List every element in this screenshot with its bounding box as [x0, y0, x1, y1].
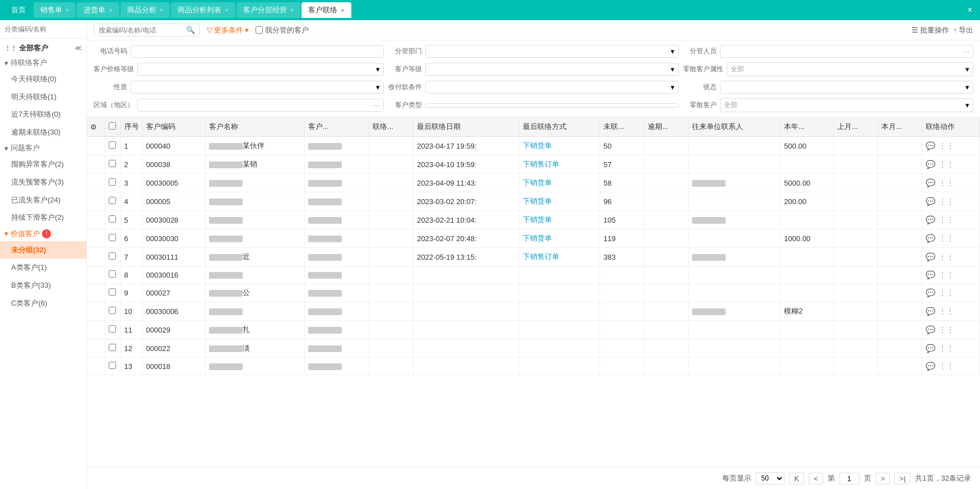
grid-action-icon[interactable]: ⋮⋮: [939, 141, 954, 150]
pending-group-header[interactable]: ▾ 待联络客户: [0, 56, 86, 70]
manager-ellipsis[interactable]: ···: [963, 47, 969, 56]
td-last-method[interactable]: 下销货单: [519, 137, 600, 155]
th-name[interactable]: 客户名称: [205, 117, 304, 137]
td-last-method[interactable]: 下销货单: [519, 211, 600, 229]
row-checkbox[interactable]: [109, 234, 116, 241]
close-analysis-tab[interactable]: ×: [160, 7, 163, 13]
row-checkbox[interactable]: [109, 197, 116, 204]
row-checkbox[interactable]: [109, 178, 116, 186]
td-last-method[interactable]: [519, 266, 600, 284]
last-method-link[interactable]: 下销货单: [523, 178, 552, 187]
td-last-method[interactable]: [519, 302, 600, 321]
sidebar-item-ungroup[interactable]: 未分组(32): [0, 241, 86, 259]
customer-type-select[interactable]: [425, 103, 679, 108]
th-col4[interactable]: 客户...: [304, 117, 369, 137]
value-group-header[interactable]: ▾ 价值客户 !: [0, 227, 86, 241]
sidebar-item-7days-pending[interactable]: 近7天待联络(0): [0, 105, 86, 123]
zero-customer-select[interactable]: 全部 ▾: [720, 98, 973, 112]
td-last-method[interactable]: 下销货单: [519, 174, 600, 192]
chat-action-icon[interactable]: 💬: [926, 362, 935, 371]
td-checkbox[interactable]: [105, 339, 120, 358]
sidebar-item-churned[interactable]: 已流失客户(24): [0, 191, 86, 209]
page-input[interactable]: [839, 473, 860, 485]
manager-select[interactable]: ···: [720, 45, 973, 58]
td-last-method[interactable]: 下销售订单: [519, 155, 600, 174]
chat-action-icon[interactable]: 💬: [926, 215, 935, 224]
gender-select[interactable]: ▾: [131, 81, 384, 94]
td-checkbox[interactable]: [105, 192, 120, 211]
batch-ops-btn[interactable]: ☰ 批量操作: [912, 25, 949, 35]
chat-action-icon[interactable]: 💬: [926, 141, 935, 150]
sidebar-item-b-class[interactable]: B类客户(33): [0, 276, 86, 294]
chat-action-icon[interactable]: 💬: [926, 234, 935, 243]
select-all-checkbox[interactable]: [109, 122, 116, 130]
chat-action-icon[interactable]: 💬: [926, 344, 935, 353]
grid-action-icon[interactable]: ⋮⋮: [939, 288, 954, 297]
td-checkbox[interactable]: [105, 174, 120, 192]
th-last-month[interactable]: 上月...: [834, 117, 878, 137]
nav-tab-analysis[interactable]: 商品分析 ×: [120, 2, 170, 18]
td-checkbox[interactable]: [105, 266, 120, 284]
td-checkbox[interactable]: [105, 321, 120, 339]
price-level-select[interactable]: ▾: [137, 63, 384, 76]
td-last-method[interactable]: [519, 358, 600, 375]
th-unlink-days[interactable]: 未联...: [600, 117, 644, 137]
nav-tab-customer-contact[interactable]: 客户联络 ×: [301, 2, 351, 18]
close-analysis-list-tab[interactable]: ×: [225, 7, 228, 13]
nav-tab-sales[interactable]: 销售单 ×: [34, 2, 76, 18]
last-method-link[interactable]: 下销货单: [523, 215, 552, 224]
all-customers-header[interactable]: ⋮⋮ 全部客户 ≪: [0, 39, 86, 56]
grid-action-icon[interactable]: ⋮⋮: [939, 160, 954, 169]
page-size-select[interactable]: 50 100: [756, 472, 784, 485]
row-checkbox[interactable]: [109, 307, 116, 314]
row-checkbox[interactable]: [109, 215, 116, 223]
close-customer-contact-tab[interactable]: ×: [341, 7, 344, 13]
sidebar-item-a-class[interactable]: A类客户(1): [0, 259, 86, 276]
grid-action-icon[interactable]: ⋮⋮: [939, 362, 954, 371]
chat-action-icon[interactable]: 💬: [926, 160, 935, 169]
last-method-link[interactable]: 下销货单: [523, 234, 552, 242]
last-method-link[interactable]: 下销货单: [523, 141, 552, 150]
close-sales-tab[interactable]: ×: [66, 7, 69, 13]
sidebar-item-c-class[interactable]: C类客户(6): [0, 294, 86, 312]
search-input[interactable]: [99, 26, 183, 34]
row-checkbox[interactable]: [109, 252, 116, 260]
collapse-sidebar-btn[interactable]: ≪: [75, 44, 82, 52]
th-code[interactable]: 客户编码: [142, 117, 205, 137]
status-select[interactable]: ▾: [720, 81, 973, 94]
zero-retail-select[interactable]: 全部 ▾: [727, 62, 973, 76]
grid-action-icon[interactable]: ⋮⋮: [939, 270, 954, 279]
sidebar-item-declining[interactable]: 持续下滑客户(2): [0, 209, 86, 227]
td-last-method[interactable]: [519, 284, 600, 302]
th-this-year[interactable]: 本年...: [781, 117, 834, 137]
nav-home[interactable]: 首页: [4, 2, 32, 18]
th-checkbox[interactable]: [105, 117, 120, 137]
phone-input[interactable]: [131, 45, 384, 58]
row-checkbox[interactable]: [109, 362, 116, 369]
problem-group-header[interactable]: ▾ 问题客户: [0, 141, 86, 155]
close-customer-layer-tab[interactable]: ×: [290, 7, 294, 13]
td-checkbox[interactable]: [105, 211, 120, 229]
sidebar-item-churn-warning[interactable]: 流失预警客户(3): [0, 173, 86, 191]
chat-action-icon[interactable]: 💬: [926, 197, 935, 206]
th-col5[interactable]: 联络...: [369, 117, 414, 137]
row-checkbox[interactable]: [109, 288, 116, 296]
td-last-method[interactable]: 下销货单: [519, 192, 600, 211]
grid-action-icon[interactable]: ⋮⋮: [939, 344, 954, 353]
search-icon[interactable]: 🔍: [186, 26, 195, 34]
next-page-btn[interactable]: >: [876, 473, 890, 485]
td-checkbox[interactable]: [105, 155, 120, 174]
sidebar-item-tomorrow-pending[interactable]: 明天待联络(1): [0, 88, 86, 106]
last-method-link[interactable]: 下销售订单: [523, 252, 559, 261]
last-method-link[interactable]: 下销货单: [523, 197, 552, 205]
grid-action-icon[interactable]: ⋮⋮: [939, 307, 954, 316]
nav-tab-purchase[interactable]: 进货单 ×: [77, 2, 119, 18]
chat-action-icon[interactable]: 💬: [926, 178, 935, 187]
sidebar-item-abnormal[interactable]: 囤购异常客户(2): [0, 155, 86, 173]
row-checkbox[interactable]: [109, 325, 116, 333]
grid-action-icon[interactable]: ⋮⋮: [939, 197, 954, 206]
th-this-month[interactable]: 本月...: [878, 117, 922, 137]
close-all-btn[interactable]: ×: [964, 4, 976, 16]
dept-select[interactable]: ▾: [425, 45, 679, 58]
td-last-method[interactable]: 下销售订单: [519, 248, 600, 266]
